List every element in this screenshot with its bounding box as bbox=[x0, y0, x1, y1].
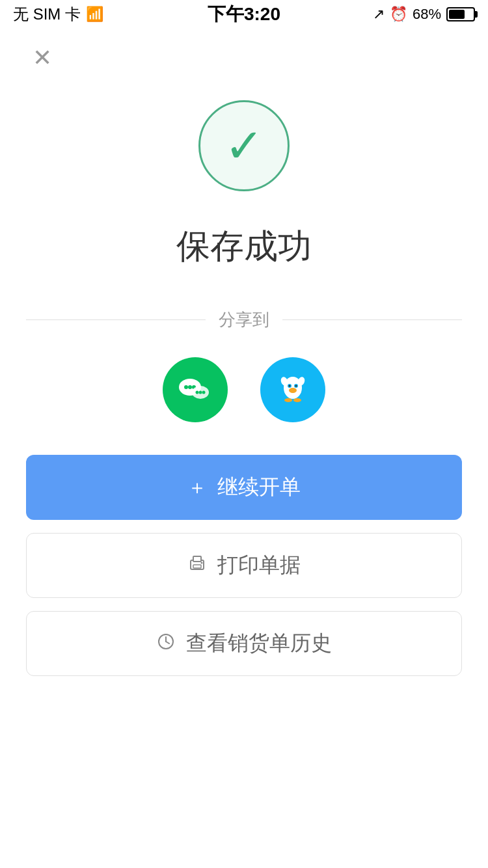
svg-point-6 bbox=[199, 391, 202, 394]
wechat-share-button[interactable] bbox=[163, 357, 228, 422]
continue-order-label: 继续开单 bbox=[217, 473, 301, 502]
location-icon: ↗ bbox=[373, 6, 385, 23]
wechat-icon bbox=[176, 370, 215, 409]
clock-icon bbox=[156, 632, 176, 656]
svg-point-13 bbox=[289, 388, 297, 393]
print-button[interactable]: 打印单据 bbox=[26, 533, 462, 598]
share-section: 分享到 bbox=[26, 308, 462, 422]
close-button[interactable]: ✕ bbox=[26, 42, 59, 74]
status-left: 无 SIM 卡 📶 bbox=[13, 4, 103, 25]
success-title: 保存成功 bbox=[176, 224, 312, 269]
close-icon: ✕ bbox=[33, 46, 52, 70]
svg-point-12 bbox=[295, 385, 297, 387]
main-content: ✕ ✓ 保存成功 分享到 bbox=[0, 29, 488, 689]
plus-icon: ＋ bbox=[187, 474, 207, 501]
close-button-container: ✕ bbox=[26, 42, 462, 74]
no-sim-text: 无 SIM 卡 bbox=[13, 4, 81, 25]
divider-line-right bbox=[282, 319, 462, 320]
continue-order-button[interactable]: ＋ 继续开单 bbox=[26, 455, 462, 520]
svg-point-7 bbox=[202, 391, 206, 394]
success-circle: ✓ bbox=[198, 100, 290, 191]
action-buttons: ＋ 继续开单 打印单据 查看销货单历史 bbox=[26, 455, 462, 676]
svg-point-2 bbox=[188, 385, 192, 389]
svg-rect-19 bbox=[193, 556, 201, 562]
status-time: 下午3:20 bbox=[208, 2, 280, 27]
divider-line-left bbox=[26, 319, 206, 320]
svg-point-17 bbox=[293, 398, 301, 402]
qq-share-button[interactable] bbox=[260, 357, 325, 422]
share-divider: 分享到 bbox=[26, 308, 462, 331]
printer-icon bbox=[187, 554, 207, 578]
battery-percent: 68% bbox=[413, 6, 441, 23]
share-icons bbox=[163, 357, 325, 422]
svg-point-11 bbox=[289, 385, 291, 387]
alarm-icon: ⏰ bbox=[390, 6, 407, 23]
battery-icon bbox=[446, 7, 475, 21]
svg-point-21 bbox=[201, 562, 203, 563]
qq-icon bbox=[274, 371, 312, 409]
svg-point-1 bbox=[184, 385, 188, 389]
history-label: 查看销货单历史 bbox=[186, 629, 332, 658]
share-label: 分享到 bbox=[219, 308, 269, 331]
status-right: ↗ ⏰ 68% bbox=[373, 6, 475, 23]
checkmark-icon: ✓ bbox=[224, 122, 264, 169]
print-label: 打印单据 bbox=[217, 551, 301, 580]
svg-rect-20 bbox=[193, 565, 201, 568]
wifi-icon: 📶 bbox=[86, 6, 103, 23]
history-button[interactable]: 查看销货单历史 bbox=[26, 611, 462, 676]
status-bar: 无 SIM 卡 📶 下午3:20 ↗ ⏰ 68% bbox=[0, 0, 488, 29]
svg-point-16 bbox=[284, 398, 292, 402]
svg-point-5 bbox=[196, 391, 199, 394]
